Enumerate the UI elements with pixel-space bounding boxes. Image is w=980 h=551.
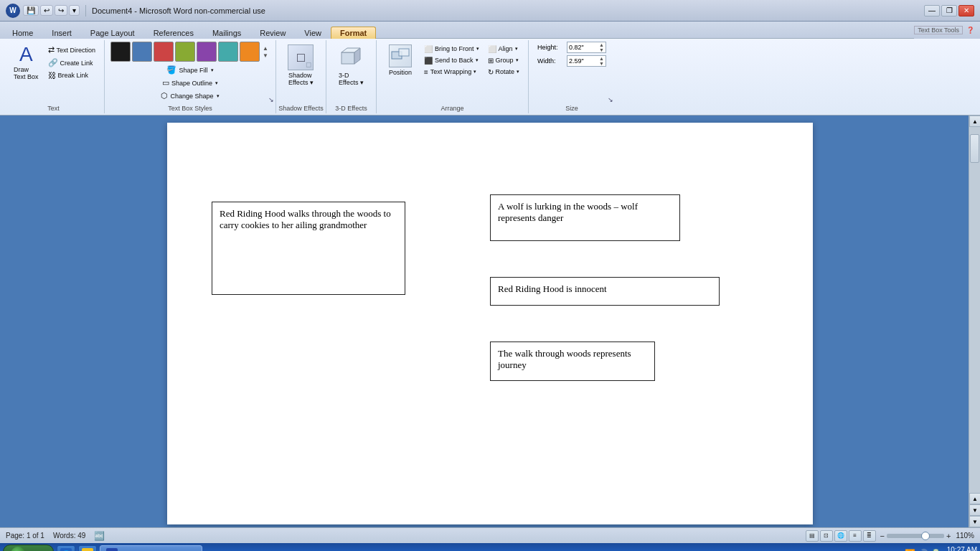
taskbar-explorer-btn[interactable]: 📁 xyxy=(78,545,97,551)
width-spinners[interactable]: ▲ ▼ xyxy=(599,56,604,66)
arrange-group-label: Arrange xyxy=(377,105,528,112)
text-wrapping-arrow[interactable]: ▾ xyxy=(473,69,476,75)
tab-format[interactable]: Format xyxy=(331,27,376,39)
scroll-down-arrow[interactable]: ▼ xyxy=(969,516,980,527)
scroll-next-page[interactable]: ▼ xyxy=(969,504,980,516)
ribbon-help[interactable]: ❓ xyxy=(964,24,976,36)
text-box-4[interactable]: The walk through woods represents journe… xyxy=(490,342,655,381)
save-qs-btn[interactable]: 💾 xyxy=(23,5,39,16)
align-btn[interactable]: ⬜ Align ▾ xyxy=(485,44,523,55)
align-arrow[interactable]: ▾ xyxy=(515,46,518,52)
styles-expand-btn[interactable]: ↘ xyxy=(268,96,274,103)
swatch-red[interactable] xyxy=(154,42,174,62)
web-layout-btn[interactable]: 🌐 xyxy=(834,530,847,542)
tab-page-layout[interactable]: Page Layout xyxy=(81,27,144,39)
tab-insert[interactable]: Insert xyxy=(42,27,81,39)
text-box-3[interactable]: Red Riding Hood is innocent xyxy=(490,277,720,306)
scroll-track[interactable] xyxy=(969,127,980,493)
3d-group-content: 3-DEffects ▾ xyxy=(333,42,369,99)
redo-qs-btn[interactable]: ↪ xyxy=(55,5,67,16)
swatch-purple[interactable] xyxy=(197,42,217,62)
height-spinners[interactable]: ▲ ▼ xyxy=(599,42,604,52)
height-up[interactable]: ▲ xyxy=(599,42,604,47)
shadow-effects-btn[interactable]: □ ◻ ShadowEffects ▾ xyxy=(283,42,319,89)
size-expand-btn[interactable]: ↘ xyxy=(608,96,613,103)
tab-mailings[interactable]: Mailings xyxy=(203,27,250,39)
bring-front-arrow[interactable]: ▾ xyxy=(476,46,479,52)
height-down[interactable]: ▼ xyxy=(599,47,604,52)
swatch-green[interactable] xyxy=(175,42,195,62)
3d-effects-btn[interactable]: 3-DEffects ▾ xyxy=(333,42,369,89)
print-layout-btn[interactable]: ▤ xyxy=(806,530,819,542)
minimize-btn[interactable]: — xyxy=(924,5,940,17)
shape-outline-arrow[interactable]: ▾ xyxy=(215,80,218,86)
shape-fill-arrow[interactable]: ▾ xyxy=(211,67,214,73)
rotate-btn[interactable]: ↻ Rotate ▾ xyxy=(485,67,523,77)
swatch-orange[interactable] xyxy=(240,42,260,62)
bring-to-front-btn[interactable]: ⬜ Bring to Front ▾ xyxy=(421,44,482,55)
zoom-out-btn[interactable]: − xyxy=(880,532,885,540)
swatch-up-arrow: ▲ xyxy=(263,45,268,52)
text-box-1[interactable]: Red Riding Hood walks through the woods … xyxy=(212,202,405,295)
scrollbar-right[interactable]: ▲ ▲ ▼ ▼ xyxy=(969,116,980,527)
close-btn[interactable]: ✕ xyxy=(958,5,974,17)
change-shape-arrow[interactable]: ▾ xyxy=(217,93,220,99)
clock-time: 10:27 AM xyxy=(946,546,978,551)
text-stack: ⇄ Text Direction 🔗 Create Link ⛓ Break L… xyxy=(45,44,99,81)
swatch-black[interactable] xyxy=(110,42,131,62)
text-box-2[interactable]: A wolf is lurking in the woods – wolf re… xyxy=(490,194,680,241)
send-to-back-label: Send to Back xyxy=(435,57,473,64)
taskbar-ie-btn[interactable]: 🌐 xyxy=(57,545,75,551)
tab-view[interactable]: View xyxy=(295,27,331,39)
break-link-btn[interactable]: ⛓ Break Link xyxy=(45,70,99,81)
taskbar-word-btn[interactable]: W Document4 - Microsof... xyxy=(100,545,202,551)
position-btn[interactable]: Position xyxy=(382,42,418,79)
text-box-4-content: The walk through woods represents journe… xyxy=(498,348,631,370)
height-input[interactable]: 0.82" ▲ ▼ xyxy=(567,42,606,53)
swatch-more-btn[interactable]: ▲ ▼ xyxy=(261,44,270,60)
zoom-slider-thumb[interactable] xyxy=(921,532,930,540)
size-group-content: Height: 0.82" ▲ ▼ Width: 2.59" ▲ xyxy=(537,42,606,77)
restore-btn[interactable]: ❐ xyxy=(941,5,957,17)
scroll-thumb[interactable] xyxy=(970,134,979,163)
rotate-arrow[interactable]: ▾ xyxy=(517,69,519,75)
qs-dropdown[interactable]: ▾ xyxy=(69,5,80,16)
height-label: Height: xyxy=(537,44,565,51)
full-screen-btn[interactable]: ⊡ xyxy=(820,530,833,542)
change-shape-btn[interactable]: ⬡ Change Shape ▾ xyxy=(158,90,222,102)
text-wrapping-btn[interactable]: ≡ Text Wrapping ▾ xyxy=(421,67,482,77)
taskbar-right: 📶 🔊 🔋 10:27 AM 2/21/2010 xyxy=(905,546,978,551)
tab-home[interactable]: Home xyxy=(3,27,42,39)
language-icon: 🔤 xyxy=(94,531,105,541)
draw-text-box-btn[interactable]: A DrawText Box xyxy=(9,42,44,83)
3d-effects-icon xyxy=(338,44,364,70)
zoom-slider[interactable] xyxy=(887,534,944,538)
width-down[interactable]: ▼ xyxy=(599,61,604,66)
outline-view-btn[interactable]: ≡ xyxy=(849,530,862,542)
create-link-btn[interactable]: 🔗 Create Link xyxy=(45,57,99,69)
scroll-prev-page[interactable]: ▲ xyxy=(969,493,980,504)
shape-outline-btn[interactable]: ▭ Shape Outline ▾ xyxy=(159,77,221,89)
scroll-up-arrow[interactable]: ▲ xyxy=(969,116,980,127)
width-up[interactable]: ▲ xyxy=(599,56,604,61)
swatch-blue[interactable] xyxy=(132,42,152,62)
zoom-in-btn[interactable]: + xyxy=(946,532,951,540)
tab-review[interactable]: Review xyxy=(250,27,295,39)
shape-fill-btn[interactable]: 🪣 Shape Fill ▾ xyxy=(164,64,216,76)
text-direction-label: Text Direction xyxy=(57,47,96,54)
text-direction-btn[interactable]: ⇄ Text Direction xyxy=(45,44,99,56)
undo-qs-btn[interactable]: ↩ xyxy=(40,5,53,16)
swatch-teal[interactable] xyxy=(218,42,238,62)
text-box-3-content: Red Riding Hood is innocent xyxy=(498,283,607,294)
document-title: Document4 - Microsoft Word non-commercia… xyxy=(92,6,265,15)
position-icon xyxy=(389,44,412,67)
swatches-row: ▲ ▼ xyxy=(110,42,270,62)
group-arrow[interactable]: ▾ xyxy=(516,57,519,63)
width-input[interactable]: 2.59" ▲ ▼ xyxy=(567,55,606,67)
tab-references[interactable]: References xyxy=(144,27,203,39)
group-btn[interactable]: ⊞ Group ▾ xyxy=(485,55,523,66)
start-button[interactable]: Start xyxy=(3,545,54,551)
draft-view-btn[interactable]: ≣ xyxy=(863,530,876,542)
send-to-back-btn[interactable]: ⬛ Send to Back ▾ xyxy=(421,55,482,66)
send-back-arrow[interactable]: ▾ xyxy=(476,57,479,63)
